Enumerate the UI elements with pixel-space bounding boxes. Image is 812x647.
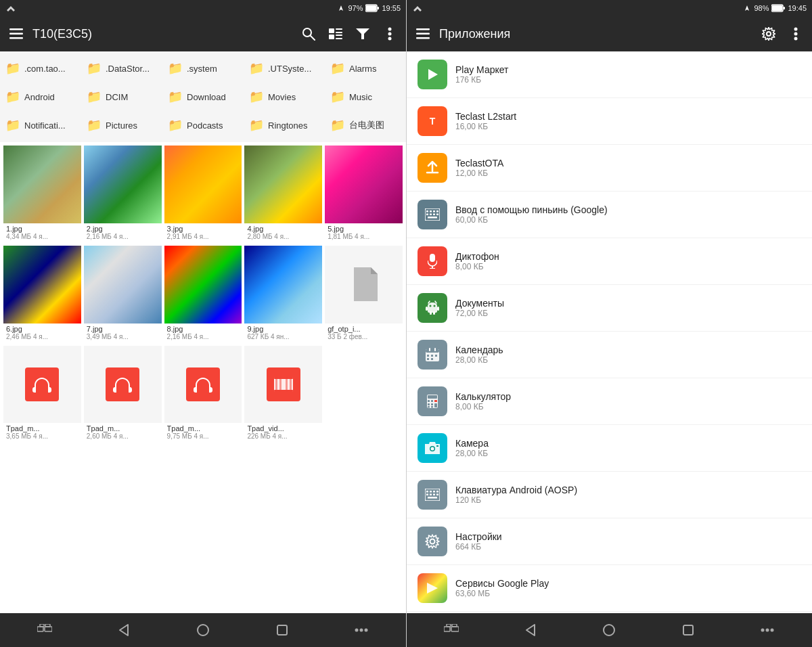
app-item-teclast-l2start[interactable]: T Teclast L2start 16,00 КБ bbox=[407, 98, 812, 145]
left-menu-button[interactable] bbox=[8, 26, 24, 42]
folder-name: Podcasts bbox=[187, 120, 223, 131]
svg-rect-94 bbox=[426, 491, 428, 493]
file-item-tpad-m3[interactable]: Tpad_m... 9,75 МБ 4 я... bbox=[164, 345, 243, 444]
file-item-5jpg[interactable]: 5.jpg 1,81 МБ 4 я... bbox=[324, 145, 403, 244]
left-recents-button[interactable] bbox=[269, 617, 296, 644]
folder-item-download[interactable]: 📁 Download bbox=[162, 83, 244, 111]
app-item-calculator[interactable]: Калькулятор 8,00 КБ bbox=[407, 378, 812, 425]
folder-item-utsyste[interactable]: 📁 .UTSyste... bbox=[244, 54, 325, 83]
file-item-gf-otp[interactable]: gf_otp_i... 33 Б 2 фев... bbox=[324, 245, 403, 344]
right-menu-button[interactable] bbox=[415, 26, 431, 42]
folder-item-notifications[interactable]: 📁 Notificati... bbox=[0, 111, 81, 139]
right-back-button[interactable] bbox=[517, 617, 544, 644]
right-more-button[interactable] bbox=[788, 26, 804, 42]
folder-item-dcim[interactable]: 📁 DCIM bbox=[81, 83, 162, 111]
app-size-teclastota: 12,00 КБ bbox=[455, 169, 801, 178]
filter-button[interactable] bbox=[355, 26, 371, 42]
right-square-button[interactable] bbox=[675, 617, 702, 644]
app-item-camera[interactable]: Камера 28,00 КБ bbox=[407, 425, 812, 472]
recent-apps-icon bbox=[37, 624, 52, 636]
folder-name: Pictures bbox=[106, 120, 137, 131]
folder-item-podcasts[interactable]: 📁 Podcasts bbox=[162, 111, 244, 139]
app-item-google-play-services[interactable]: Сервисы Google Play 63,60 МБ bbox=[407, 565, 812, 612]
svg-rect-114 bbox=[683, 625, 693, 635]
file-grid-inner: 1.jpg 4,34 МБ 4 я... 2.jpg 2,16 МБ 4 я..… bbox=[3, 145, 403, 443]
file-thumbnail-9 bbox=[244, 246, 322, 324]
folder-item-alarms[interactable]: 📁 Alarms bbox=[325, 54, 406, 83]
right-back-icon bbox=[525, 623, 536, 637]
file-meta-7: 3,49 МБ 4 я... bbox=[87, 333, 159, 340]
battery-percent: 97% bbox=[348, 4, 363, 12]
file-thumbnail-7 bbox=[84, 246, 162, 324]
calculator-symbol-icon bbox=[427, 395, 438, 408]
file-item-8jpg[interactable]: 8.jpg 2,16 МБ 4 я... bbox=[164, 245, 243, 344]
svg-line-65 bbox=[428, 301, 430, 303]
svg-line-9 bbox=[311, 36, 315, 40]
camera-symbol-icon bbox=[425, 442, 440, 454]
file-info-tpad-vid: Tpad_vid... 226 МБ 4 я... bbox=[244, 423, 322, 443]
app-item-dictophone[interactable]: Диктофон 8,00 КБ bbox=[407, 238, 812, 285]
file-item-6jpg[interactable]: 6.jpg 2,46 МБ 4 я... bbox=[3, 245, 82, 344]
app-item-pinyin[interactable]: Ввод с помощью пиньинь (Google) 60,00 КБ bbox=[407, 192, 812, 238]
folder-item-system[interactable]: 📁 .system bbox=[162, 54, 244, 83]
svg-rect-72 bbox=[426, 349, 439, 353]
audio-thumbnail-3 bbox=[164, 346, 242, 424]
search-button[interactable] bbox=[300, 26, 317, 42]
file-item-3jpg[interactable]: 3.jpg 2,91 МБ 4 я... bbox=[164, 145, 243, 244]
left-more-button[interactable] bbox=[382, 26, 398, 42]
folder-item-datastor[interactable]: 📁 .DataStor... bbox=[81, 54, 162, 83]
folder-item-ringtones[interactable]: 📁 Ringtones bbox=[244, 111, 325, 139]
file-item-4jpg[interactable]: 4.jpg 2,80 МБ 4 я... bbox=[244, 145, 323, 244]
file-meta-tpad-m1: 3,65 МБ 4 я... bbox=[6, 432, 78, 440]
right-home-button[interactable] bbox=[595, 617, 623, 644]
back-icon bbox=[118, 623, 129, 637]
app-item-calendar[interactable]: Календарь 28,00 КБ bbox=[407, 332, 812, 378]
left-bottom-nav bbox=[0, 613, 406, 647]
svg-rect-12 bbox=[336, 32, 342, 33]
svg-rect-74 bbox=[434, 348, 436, 351]
file-meta-4: 2,80 МБ 4 я... bbox=[247, 233, 319, 240]
file-item-2jpg[interactable]: 2.jpg 2,16 МБ 4 я... bbox=[83, 145, 162, 244]
svg-rect-11 bbox=[336, 28, 342, 30]
file-item-9jpg[interactable]: 9.jpg 627 КБ 4 ян... bbox=[244, 245, 323, 344]
folder-icon: 📁 bbox=[87, 118, 102, 133]
folder-name: Ringtones bbox=[268, 120, 308, 131]
file-info-9: 9.jpg 627 КБ 4 ян... bbox=[244, 324, 322, 343]
app-item-play-market[interactable]: Play Маркет 176 КБ bbox=[407, 51, 812, 98]
left-home-button[interactable] bbox=[189, 617, 217, 644]
app-item-teclastota[interactable]: TeclastOTA 12,00 КБ bbox=[407, 145, 812, 192]
right-more-nav-button[interactable] bbox=[754, 617, 781, 644]
file-item-tpad-m2[interactable]: Tpad_m... 2,60 МБ 4 я... bbox=[83, 345, 162, 444]
audio-thumbnail-1 bbox=[3, 346, 81, 424]
folder-name: Notificati... bbox=[24, 120, 66, 131]
microphone-icon bbox=[428, 254, 437, 269]
folder-item-taidienmeituu[interactable]: 📁 台电美图 bbox=[325, 111, 406, 139]
left-back-button[interactable] bbox=[110, 617, 137, 644]
svg-rect-24 bbox=[279, 377, 281, 392]
app-size-dictophone: 8,00 КБ bbox=[455, 262, 801, 271]
svg-marker-37 bbox=[413, 6, 422, 12]
app-item-keyboard-aosp[interactable]: Клавиатура Android (AOSP) 120 КБ bbox=[407, 472, 812, 518]
file-item-1jpg[interactable]: 1.jpg 4,34 МБ 4 я... bbox=[3, 145, 82, 244]
app-item-documents[interactable]: Документы 72,00 КБ bbox=[407, 285, 812, 332]
file-item-tpad-vid[interactable]: Tpad_vid... 226 МБ 4 я... bbox=[244, 345, 323, 444]
app-item-settings[interactable]: Настройки 664 КБ bbox=[407, 518, 812, 565]
svg-rect-110 bbox=[447, 624, 451, 627]
file-item-tpad-m1[interactable]: Tpad_m... 3,65 МБ 4 я... bbox=[3, 345, 82, 444]
settings-button[interactable] bbox=[761, 26, 777, 42]
folder-item-pictures[interactable]: 📁 Pictures bbox=[81, 111, 162, 139]
folder-item-movies[interactable]: 📁 Movies bbox=[244, 83, 325, 111]
svg-rect-44 bbox=[416, 37, 430, 39]
folder-item-com-tao[interactable]: 📁 .com.tao... bbox=[0, 54, 81, 83]
file-item-7jpg[interactable]: 7.jpg 3,49 МБ 4 я... bbox=[83, 245, 162, 344]
file-name-tpad-m1: Tpad_m... bbox=[6, 424, 78, 432]
left-recent-button[interactable] bbox=[31, 617, 58, 644]
folder-item-android[interactable]: 📁 Android bbox=[0, 83, 81, 111]
svg-line-66 bbox=[435, 301, 436, 303]
folder-icon: 📁 bbox=[5, 118, 20, 133]
folder-item-music[interactable]: 📁 Music bbox=[325, 83, 406, 111]
list-view-button[interactable] bbox=[328, 26, 344, 42]
svg-rect-101 bbox=[436, 494, 438, 496]
right-recent-button[interactable] bbox=[438, 617, 465, 644]
left-more-nav-button[interactable] bbox=[348, 617, 375, 644]
